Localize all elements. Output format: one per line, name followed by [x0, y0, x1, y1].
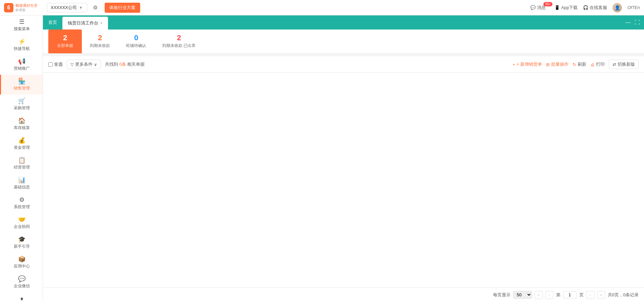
company-selector[interactable]: XXXXXX公司 ▼	[47, 3, 87, 12]
more-conditions-button[interactable]: ▽ 更多条件 ∨	[67, 60, 101, 69]
stat-tab-all[interactable]: 2 全部单据	[48, 29, 82, 53]
toolbar: 全选 ▽ 更多条件 ∨ 共找到 0条 相关单据 + + 新增销货单	[43, 56, 644, 73]
wechat-icon: 💬	[18, 276, 25, 282]
chevron-down-icon: ▼	[79, 5, 83, 10]
logo-area: 6 畅捷通好生意 标准版	[4, 3, 47, 12]
sidebar-item-app-center[interactable]: 📦 应用中心	[0, 253, 43, 273]
new-order-button[interactable]: + + 新增销货单	[513, 61, 542, 67]
stat-label-unshipped: 到期未收款 已出库	[162, 43, 196, 49]
refresh-button[interactable]: ↻ 刷新	[573, 61, 586, 67]
marketing-icon: 📢	[18, 58, 25, 64]
sales-icon: 🏪	[18, 78, 25, 84]
sidebar-item-member[interactable]: ♦ 畅会员	[0, 292, 43, 302]
sidebar-label-system: 系统管理	[14, 204, 30, 210]
operations-icon: 📋	[18, 157, 25, 163]
checkbox-input[interactable]	[48, 62, 53, 67]
inventory-icon: 🏠	[18, 118, 25, 124]
last-page-button[interactable]: »	[597, 291, 605, 299]
found-count: 0条	[119, 62, 126, 67]
system-icon: ⚙	[19, 197, 24, 203]
next-page-button[interactable]: ›	[586, 291, 594, 299]
stat-tab-unshipped[interactable]: 2 到期未收款 已出库	[154, 29, 204, 53]
total-info: 共0页，0条记录	[608, 292, 639, 298]
app-center-icon: 📦	[18, 256, 25, 262]
sidebar-label-enterprise: 企业协同	[14, 224, 30, 230]
sidebar-label-base-info: 基础信息	[14, 184, 30, 190]
page-label: 第	[556, 292, 560, 298]
batch-icon: ⊞	[546, 62, 550, 67]
print-icon: 🖨	[590, 62, 595, 67]
often-text: OfTEn	[627, 5, 640, 10]
service-icon: 🎧	[583, 5, 588, 10]
trial-button[interactable]: 体验行业方案	[105, 3, 140, 13]
search-menu-icon: ☰	[19, 19, 24, 25]
sidebar-item-system[interactable]: ⚙ 系统管理	[0, 193, 43, 213]
page-number-input[interactable]	[563, 291, 577, 298]
found-text: 共找到 0条 相关单据	[105, 61, 145, 67]
app-download-button[interactable]: 📱 App下载	[554, 5, 578, 11]
message-button[interactable]: 💬 消息 99+	[527, 5, 549, 11]
sidebar-label-wechat: 企业微信	[14, 283, 30, 289]
per-page-select[interactable]: 50 100 200	[513, 291, 532, 299]
base-info-icon: 📊	[18, 177, 25, 183]
switch-icon: ⇄	[612, 62, 616, 67]
avatar[interactable]: 👤	[612, 3, 622, 12]
sidebar: ☰ 搜索菜单 ⚡ 快捷导航 📢 营销推广 🏪 销售管理 🛒 采购管理 🏠 库存核…	[0, 15, 43, 302]
sidebar-label-inventory: 库存核算	[14, 125, 30, 131]
settings-button[interactable]: ⚙	[90, 2, 101, 13]
gear-icon: ⚙	[93, 4, 98, 11]
top-header: 6 畅捷通好生意 标准版 XXXXXX公司 ▼ ⚙ 体验行业方案 💬 消息 99…	[0, 0, 644, 15]
tab-close-icon[interactable]: ×	[100, 21, 103, 25]
tab-bar: 首页 钱货日清工作台 × — ⛶	[43, 15, 644, 29]
filter-icon: ▽	[70, 62, 74, 67]
plus-icon: +	[513, 62, 515, 67]
stat-number-overdue: 2	[98, 34, 102, 42]
sidebar-item-wechat[interactable]: 💬 企业微信	[0, 273, 43, 292]
app-title: 畅捷通好生意	[15, 3, 38, 8]
sidebar-item-search-menu[interactable]: ☰ 搜索菜单	[0, 15, 43, 35]
sidebar-item-base-info[interactable]: 📊 基础信息	[0, 174, 43, 193]
sidebar-label-marketing: 营销推广	[14, 66, 30, 71]
sidebar-item-sales[interactable]: 🏪 销售管理	[0, 75, 43, 95]
batch-ops-button[interactable]: ⊞ 批量操作	[546, 61, 569, 67]
tab-actions: — ⛶	[624, 18, 644, 27]
tab-home[interactable]: 首页	[43, 15, 62, 29]
online-service-button[interactable]: 🎧 在线客服	[583, 5, 607, 11]
sidebar-label-search-menu: 搜索菜单	[14, 26, 30, 32]
sidebar-item-marketing[interactable]: 📢 营销推广	[0, 55, 43, 75]
sidebar-item-finance[interactable]: 💰 资金管理	[0, 134, 43, 154]
logo-icon: 6	[4, 3, 13, 12]
stat-number-unshipped: 2	[177, 34, 181, 42]
table-area	[43, 73, 644, 287]
maximize-button[interactable]: ⛶	[633, 18, 641, 27]
toolbar-right: + + 新增销货单 ⊞ 批量操作 ↻ 刷新 🖨 打印	[513, 60, 639, 69]
tab-work-table[interactable]: 钱货日清工作台 ×	[62, 17, 108, 29]
sidebar-item-guide[interactable]: 🎓 新手引导	[0, 233, 43, 253]
stat-label-all: 全部单据	[57, 43, 73, 49]
print-button[interactable]: 🖨 打印	[590, 61, 605, 67]
per-page-label: 每页显示	[493, 292, 511, 298]
stat-number-wangwang: 0	[134, 34, 138, 42]
guide-icon: 🎓	[18, 236, 25, 242]
purchase-icon: 🛒	[18, 98, 25, 104]
switch-new-button[interactable]: ⇄ 切换新版	[609, 60, 639, 69]
page-suffix: 页	[579, 292, 584, 298]
sidebar-label-sales: 销售管理	[14, 85, 30, 91]
content-area: 2 全部单据 2 到期未收款 0 旺辅待确认 2 到期未收款 已出库	[43, 29, 644, 302]
prev-page-button[interactable]: ‹	[545, 291, 553, 299]
message-icon: 💬	[530, 5, 536, 10]
stat-tab-overdue-unpaid[interactable]: 2 到期未收款	[82, 29, 118, 53]
sidebar-item-enterprise[interactable]: 🤝 企业协同	[0, 213, 43, 233]
minimize-button[interactable]: —	[624, 18, 632, 27]
sidebar-item-quick-nav[interactable]: ⚡ 快捷导航	[0, 35, 43, 55]
finance-icon: 💰	[18, 137, 25, 143]
sidebar-item-operations[interactable]: 📋 经营管理	[0, 154, 43, 174]
select-all-checkbox[interactable]: 全选	[48, 61, 63, 67]
stat-tab-wangwang[interactable]: 0 旺辅待确认	[118, 29, 154, 53]
sidebar-item-purchase[interactable]: 🛒 采购管理	[0, 95, 43, 114]
sidebar-item-inventory[interactable]: 🏠 库存核算	[0, 114, 43, 134]
first-page-button[interactable]: «	[535, 291, 543, 299]
sidebar-label-guide: 新手引导	[14, 244, 30, 249]
member-icon: ♦	[20, 296, 23, 302]
stat-label-wangwang: 旺辅待确认	[126, 43, 146, 49]
